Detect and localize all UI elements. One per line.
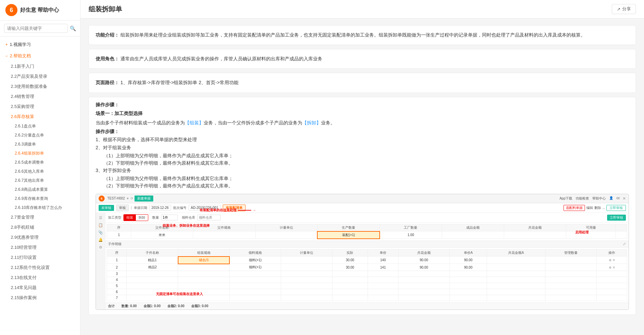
sidebar-item-finance[interactable]: 2.7资金管理 (0, 212, 80, 222)
role-card: 使用角色： 通常由生产人员或库管人员完成拆装业务的操作，库管人员确认原材料的出库… (89, 49, 636, 69)
sidebar-item-stock-query[interactable]: 2.6.9库存账本查询 (0, 194, 80, 203)
path-label: 页面路径： (96, 80, 119, 85)
role-text: 通常由生产人员或库管人员完成拆装业务的操作，库管人员确认原材料的出库和产成品的入… (120, 56, 322, 61)
lcol-asm-spec: 组装规格 (178, 249, 229, 257)
lower-row-1: 1精品1 橘色/S 领料(×1) 30.0014090.0090.00 ⊕ ✕ (107, 257, 627, 264)
lcol-price: 单价 (368, 249, 398, 257)
step3-sub2: （2）下部明细为子件明细，最终作为产成品生成其它入库单。 (104, 183, 629, 189)
cell-spec-1 (193, 231, 255, 239)
refresh-icon: ⟳ (130, 197, 133, 200)
sidebar-item-other-in[interactable]: 2.6.6其他入库单 (0, 167, 80, 176)
del-icon-r1[interactable]: ✕ (612, 258, 615, 262)
sidebar-item-purchase[interactable]: 2.5采购管理 (0, 102, 80, 112)
sidebar-item-cost-recalc[interactable]: 2.6.8商品成本重算 (0, 185, 80, 194)
step3-sub1: （1）上部明细为父件明细，最终作为原材料生成其它出库单； (104, 176, 629, 182)
sidebar-item-other-out[interactable]: 2.6.7其他出库单 (0, 176, 80, 185)
total-qty: 数量: 0.00 (121, 304, 137, 309)
cell-pickspec-2: 领料(×1) (229, 264, 281, 271)
disassembly-btn[interactable]: 拆卸 (136, 215, 148, 221)
nav-icon-2[interactable]: 📋 (96, 222, 105, 229)
step3: 3、对于拆卸业务 (96, 168, 629, 174)
sidebar-item-mobile[interactable]: 2.8手机旺铺 (0, 222, 80, 232)
toolbar-config-tag[interactable]: 有装配清单 (223, 205, 246, 211)
sidebar-item-cases[interactable]: 2.15操作案例 (0, 293, 80, 303)
assembly-btn[interactable]: 组装 (124, 215, 136, 221)
sidebar-item-print[interactable]: 2.11打印设置 (0, 253, 80, 263)
sidebar-item-payment[interactable]: 2.13在线支付 (0, 273, 80, 283)
upper-table: 序 父件名称 父件规格 计量单位 生产数量 工厂数量 成品金额 共花金额 (107, 224, 627, 239)
func-check-link[interactable]: 功能检查 (576, 196, 589, 201)
cell-unit-1 (255, 231, 317, 239)
store-id: TEST-H002 (107, 197, 125, 200)
sidebar-item-transfer[interactable]: 2.6.3调拨单 (0, 140, 80, 149)
del-icon-r2[interactable]: ✕ (612, 266, 615, 269)
copy-icon-r2[interactable]: ⊕ (609, 266, 611, 269)
bottom-totals: 合计 数量: 0.00 金额1: 0.00 金额2: 0.00 金额3: 0.0… (105, 302, 629, 310)
search-input[interactable] (4, 24, 68, 33)
edit-btn[interactable]: 编辑 (586, 206, 593, 210)
close-icon[interactable]: ✕ (623, 196, 626, 201)
app-download-link[interactable]: App下载 (559, 196, 572, 201)
lcol-pricea: 单价A (449, 249, 487, 257)
app-left-nav: ☰ 📋 📎 🔔 ⚙ (96, 213, 105, 310)
sidebar-item-stock-error[interactable]: 2.6.10库存账本错了怎么办 (0, 203, 80, 212)
lcol-seq: 序 (107, 249, 127, 257)
more-btn[interactable]: ... (602, 206, 605, 210)
app-toolbar: 未审核 审核 | 单据日期 2019-12-26 批次编号 AD-2019122… (96, 203, 629, 213)
delete-btn[interactable]: 删除 (594, 206, 601, 210)
sidebar-item-assembly[interactable]: 2.6.4组装拆卸单 (0, 149, 80, 158)
sidebar-item-coupon[interactable]: 2.9优惠券管理 (0, 232, 80, 242)
nav-icon-1[interactable]: ☰ (96, 214, 105, 222)
qty-input[interactable] (161, 215, 178, 220)
copy-icon-r1[interactable]: ⊕ (609, 258, 611, 262)
nav-section-video: + 1.视频学习 (0, 39, 80, 50)
cell-prodqty-1: 装配(×1) (317, 231, 379, 239)
warehouse-input[interactable] (197, 215, 221, 220)
expand-icon[interactable]: ⤢ (623, 242, 626, 246)
lcol-pick-spec: 领料规格 (229, 249, 281, 257)
nav-icon-3[interactable]: 📎 (96, 229, 105, 236)
sidebar-item-newuser[interactable]: 2.1新手入门 (0, 61, 80, 71)
sidebar-item-install[interactable]: 2.2产品安装及登录 (0, 71, 80, 81)
step1: 1、根据不同的业务，选择不同单据的类型来处理 (96, 137, 629, 143)
cell-asmspec-1: 橘色/S (178, 257, 229, 264)
nav-sub-docs: 2.1新手入门 2.2产品安装及登录 2.3使用前数据准备 2.4销售管理 2.… (0, 61, 80, 303)
steps-label: 操作步骤： (96, 129, 629, 135)
role-label: 使用角色： (96, 56, 119, 61)
main-content: 功能介绍： 组装拆卸单用来处理企业组装或拆卸等加工业务，支持有固定装配清单的产品… (80, 18, 644, 335)
nav-icon-5[interactable]: ⚙ (96, 244, 105, 251)
tab-unreviewed[interactable]: 未审核 (99, 205, 114, 211)
confirm-audit-btn[interactable]: 立即审核 (607, 215, 626, 221)
sidebar-item-custom[interactable]: 2.12系统个性化设置 (0, 263, 80, 273)
sidebar-item-cost-adjust[interactable]: 2.6.5成本调整单 (0, 158, 80, 167)
scene1-label: 场景一：加工类型选择 (96, 111, 143, 116)
lower-table-area: 序 子件名称 组装规格 领料规格 计量单位 实际 单价 共花金额 (105, 248, 629, 303)
sidebar-item-sales[interactable]: 2.4销售管理 (0, 92, 80, 102)
sidebar-item-partial-count[interactable]: 2.6.2分量盘点单 (0, 131, 80, 140)
help-link[interactable]: 帮助中心 (592, 196, 606, 201)
cell-pickspec-1: 领料(×1) (229, 257, 281, 264)
sidebar-item-inventory-count[interactable]: 2.6.1盘点单 (0, 122, 80, 131)
tab-reviewed[interactable]: 审核 (116, 205, 129, 211)
lcol-unit: 计量单位 (281, 249, 332, 257)
sidebar-item-faq[interactable]: 2.14常见问题 (0, 283, 80, 293)
share-button[interactable]: ↗ 分享 (612, 4, 636, 14)
toolbar-date[interactable]: 2019-12-26 (149, 205, 171, 211)
app-sub-toolbar: 加工类型 组装 拆卸 数量 领料仓库 立即审核 (105, 213, 629, 223)
sidebar-item-docs[interactable]: − 2.帮助文档 (0, 51, 80, 61)
lower-table: 序 子件名称 组装规格 领料规格 计量单位 实际 单价 共花金额 (107, 249, 627, 301)
confirm-btn[interactable]: 选配料单据 (564, 205, 585, 211)
nav-icon-4[interactable]: 🔔 (96, 236, 105, 244)
sidebar-item-operation[interactable]: 2.10经营管理 (0, 242, 80, 253)
lcol-total2: 共花金额A (487, 249, 545, 257)
search-button[interactable]: 🔍 (70, 25, 76, 32)
app-title: 好生意 帮助中心 (20, 7, 59, 14)
titlebar-nav: App下载 功能检查 帮助中心 👤 cc (559, 196, 620, 201)
new-order-btn[interactable]: 新建单据 (135, 196, 153, 202)
lower-table-title: 子件明细 (108, 242, 121, 246)
sidebar-item-video[interactable]: + 1.视频学习 (0, 39, 80, 50)
sidebar-item-inventory[interactable]: 2.6库存核算 (0, 112, 80, 122)
audit-btn[interactable]: 立即审核 (606, 205, 626, 211)
cell-action-1 (615, 231, 627, 239)
sidebar-item-data-prep[interactable]: 2.3使用前数据准备 (0, 81, 80, 92)
